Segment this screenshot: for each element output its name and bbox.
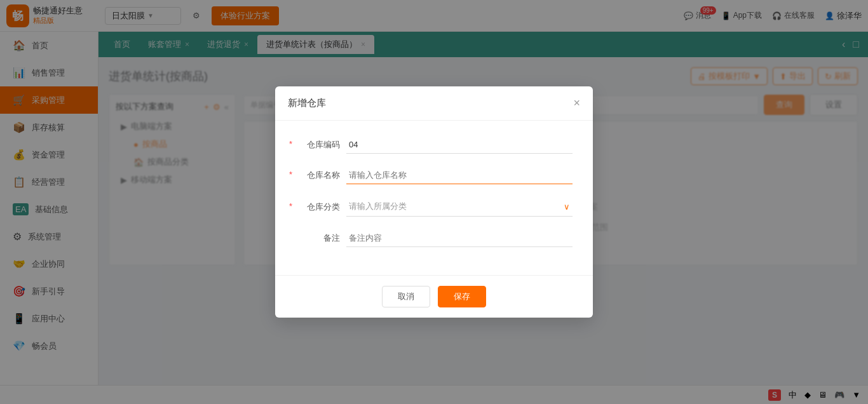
dialog-footer: 取消 保存 — [275, 275, 593, 318]
main-content: 首页 账套管理 × 进货退货 × 进货单统计表（按商品） × ‹ □ — [98, 32, 868, 404]
cancel-button[interactable]: 取消 — [382, 286, 430, 307]
dialog-header: 新增仓库 × — [275, 86, 593, 121]
dialog-close-icon[interactable]: × — [573, 97, 580, 110]
warehouse-remark-input[interactable] — [346, 229, 573, 247]
category-placeholder: 请输入所属分类 — [349, 201, 407, 212]
modal-overlay: 新增仓库 × 仓库编码 仓库名称 — [98, 57, 868, 404]
page-area: 进货单统计(按商品) 🖨 按模板打印 ▼ ⬆ 导出 ↻ — [98, 57, 868, 404]
warehouse-category-select[interactable]: 请输入所属分类 ∨ — [346, 197, 573, 217]
dialog-title: 新增仓库 — [288, 97, 326, 109]
category-label: 仓库分类 — [295, 201, 340, 213]
warehouse-code-input[interactable] — [346, 136, 573, 154]
form-row-category: 仓库分类 请输入所属分类 ∨ — [295, 197, 573, 217]
name-label: 仓库名称 — [295, 170, 340, 181]
main-layout: 🏠 首页 📊 销售管理 🛒 采购管理 📦 库存核算 💰 资金管理 📋 经营管理 … — [0, 32, 868, 404]
save-button[interactable]: 保存 — [438, 286, 486, 307]
form-row-name: 仓库名称 — [295, 166, 573, 184]
form-row-remark: 备注 — [295, 229, 573, 247]
add-warehouse-dialog: 新增仓库 × 仓库编码 仓库名称 — [275, 86, 593, 318]
form-row-code: 仓库编码 — [295, 136, 573, 154]
code-label: 仓库编码 — [295, 139, 340, 151]
warehouse-name-input[interactable] — [346, 166, 573, 184]
remark-label: 备注 — [295, 232, 340, 244]
dialog-body: 仓库编码 仓库名称 仓库分类 请输入所属分类 — [275, 121, 593, 275]
chevron-down-icon: ∨ — [564, 202, 570, 212]
